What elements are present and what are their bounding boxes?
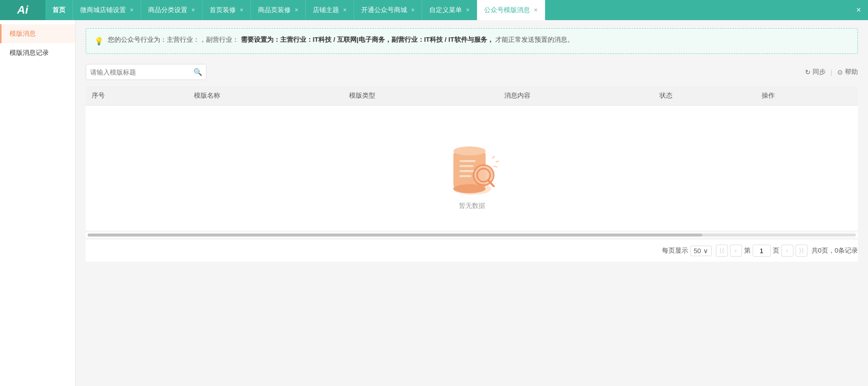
tab-label: 首页: [52, 6, 65, 15]
tab-open-wechat-shop[interactable]: 开通公众号商城×: [354, 0, 422, 20]
tab-close-product-category[interactable]: ×: [191, 7, 195, 13]
help-button[interactable]: ⊙ 帮助: [837, 67, 858, 76]
tab-close-template-message[interactable]: ×: [534, 7, 538, 13]
search-icon[interactable]: 🔍: [193, 68, 202, 76]
total-info: 共0页，0条记录: [812, 246, 858, 255]
divider: |: [831, 68, 832, 76]
svg-point-2: [453, 146, 486, 156]
tab-close-homepage-decor[interactable]: ×: [240, 7, 243, 13]
tab-label: 微商城店铺设置: [80, 6, 126, 15]
empty-text: 暂无数据: [459, 201, 485, 210]
tab-wechat-shop-settings[interactable]: 微商城店铺设置×: [73, 0, 141, 20]
column-content: 消息内容: [498, 86, 653, 106]
tab-label: 店铺主题: [313, 6, 339, 15]
close-all-button[interactable]: ×: [849, 6, 868, 15]
tab-label: 公众号模版消息: [484, 6, 530, 15]
page-navigation: ⟨⟨ ‹ 第 页 › ⟩⟩: [716, 245, 808, 257]
empty-state: 暂无数据: [86, 106, 858, 230]
tab-shop-theme[interactable]: 店铺主题×: [306, 0, 354, 20]
tab-label: 自定义菜单: [429, 6, 462, 15]
svg-rect-4: [459, 160, 476, 162]
last-page-button[interactable]: ⟩⟩: [795, 245, 808, 257]
page-number-input[interactable]: [753, 245, 771, 257]
column-status: 状态: [653, 86, 756, 106]
next-page-button[interactable]: ›: [781, 245, 793, 257]
horizontal-scrollbar[interactable]: [86, 233, 858, 238]
svg-rect-7: [459, 175, 472, 177]
sidebar-item-template-message-log[interactable]: 模版消息记录: [0, 43, 75, 62]
tab-close-wechat-shop-settings[interactable]: ×: [130, 7, 133, 13]
tab-label: 开通公众号商城: [361, 6, 407, 15]
column-index: 序号: [86, 86, 188, 106]
column-type: 模版类型: [343, 86, 498, 106]
search-input-wrapper[interactable]: 🔍: [86, 64, 207, 80]
dropdown-icon: ∨: [703, 247, 708, 255]
empty-illustration: [439, 136, 505, 201]
svg-rect-5: [459, 165, 474, 167]
tab-template-message[interactable]: 公众号模版消息×: [477, 0, 545, 20]
sidebar: 模版消息模版消息记录: [0, 20, 76, 386]
page-size-select-box[interactable]: 50 ∨: [690, 246, 711, 256]
tab-close-custom-menu[interactable]: ×: [466, 7, 470, 13]
empty-state-row: 暂无数据: [86, 106, 858, 231]
notice-icon: 💡: [94, 35, 104, 47]
tab-label: 首页装修: [210, 6, 236, 15]
svg-rect-6: [459, 170, 475, 172]
pagination: 每页显示 50 ∨ ⟨⟨ ‹ 第 页 › ⟩⟩ 共0页，0条记录: [86, 240, 858, 262]
search-actions: ↻ 同步 | ⊙ 帮助: [805, 67, 858, 76]
first-page-button[interactable]: ⟨⟨: [716, 245, 728, 257]
page-size-value: 50: [694, 247, 701, 255]
search-bar: 🔍 ↻ 同步 | ⊙ 帮助: [86, 64, 858, 80]
tab-custom-menu[interactable]: 自定义菜单×: [422, 0, 477, 20]
column-action: 操作: [756, 86, 858, 106]
page-unit: 页: [773, 246, 779, 255]
main-layout: 模版消息模版消息记录 💡 您的公众号行业为：主营行业：，副营行业： 需要设置为：…: [0, 20, 868, 386]
notice-box: 💡 您的公众号行业为：主营行业：，副营行业： 需要设置为：主营行业：IT科技 /…: [86, 28, 858, 54]
tab-close-shop-theme[interactable]: ×: [343, 7, 347, 13]
table-header-row: 序号模版名称模版类型消息内容状态操作: [86, 86, 858, 106]
page-label: 第: [744, 246, 751, 255]
sync-button[interactable]: ↻ 同步: [805, 67, 826, 76]
sidebar-item-template-message[interactable]: 模版消息: [0, 24, 75, 43]
search-input[interactable]: [90, 68, 193, 76]
help-icon: ⊙: [837, 68, 843, 76]
svg-line-12: [496, 161, 499, 162]
tab-label: 商品分类设置: [148, 6, 187, 15]
tab-product-page-decor[interactable]: 商品页装修×: [251, 0, 306, 20]
svg-line-11: [492, 156, 495, 159]
page-size-selector: 每页显示 50 ∨: [662, 246, 711, 256]
tab-homepage-decor[interactable]: 首页装修×: [203, 0, 251, 20]
tab-close-product-page-decor[interactable]: ×: [295, 7, 298, 13]
tab-label: 商品页装修: [258, 6, 291, 15]
tab-close-open-wechat-shop[interactable]: ×: [411, 7, 415, 13]
topbar: Ai 首页微商城店铺设置×商品分类设置×首页装修×商品页装修×店铺主题×开通公众…: [0, 0, 868, 20]
column-name: 模版名称: [188, 86, 343, 106]
tab-home[interactable]: 首页: [45, 0, 73, 20]
sync-icon: ↻: [805, 68, 811, 76]
prev-page-button[interactable]: ‹: [730, 245, 742, 257]
logo: Ai: [0, 0, 45, 20]
tab-product-category[interactable]: 商品分类设置×: [141, 0, 203, 20]
svg-line-13: [494, 166, 497, 167]
notice-text: 您的公众号行业为：主营行业：，副营行业： 需要设置为：主营行业：IT科技 / 互…: [108, 35, 574, 45]
data-table: 序号模版名称模版类型消息内容状态操作: [86, 86, 858, 230]
page-size-label: 每页显示: [662, 246, 688, 255]
main-content: 💡 您的公众号行业为：主营行业：，副营行业： 需要设置为：主营行业：IT科技 /…: [76, 20, 868, 386]
